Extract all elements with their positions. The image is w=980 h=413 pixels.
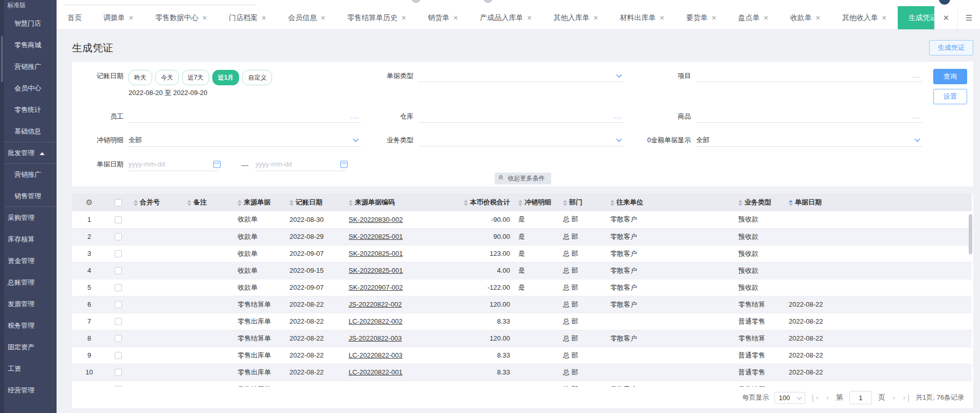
source-doc-link[interactable]: LC-20220822-003: [349, 351, 403, 359]
row-checkbox[interactable]: [115, 216, 122, 223]
more-icon[interactable]: ···: [912, 111, 920, 124]
row-checkbox[interactable]: [115, 250, 122, 257]
sidebar-item-发票管理[interactable]: 发票管理: [0, 293, 57, 315]
sidebar-item-经营管理[interactable]: 经营管理: [0, 380, 57, 401]
row-checkbox[interactable]: [115, 301, 122, 308]
gear-column-header[interactable]: ⚙: [72, 194, 106, 211]
collapse-more-conditions[interactable]: 收起更多条件: [495, 173, 551, 184]
product-picker[interactable]: ···: [696, 110, 922, 123]
source-doc-link[interactable]: SK-20220825-001: [349, 250, 403, 257]
sidebar-item-零售商城[interactable]: 零售商城: [0, 34, 57, 56]
zero-amount-select[interactable]: 全部: [696, 134, 922, 147]
tab-销货单[interactable]: 销货单✕: [417, 6, 469, 29]
sort-icon[interactable]: [789, 200, 793, 206]
doc-date-start-input[interactable]: yyyy-mm-dd: [129, 158, 220, 171]
more-icon[interactable]: ···: [351, 111, 359, 124]
settings-button[interactable]: 设置: [933, 89, 967, 104]
row-checkbox[interactable]: [115, 284, 122, 291]
tab-盘点单[interactable]: 盘点单✕: [728, 6, 779, 29]
sidebar-item-税务管理[interactable]: 税务管理: [0, 315, 57, 336]
tab-材料出库单[interactable]: 材料出库单✕: [609, 6, 676, 29]
tab-收款单[interactable]: 收款单✕: [779, 6, 831, 29]
calendar-icon[interactable]: [213, 161, 221, 168]
row-checkbox[interactable]: [115, 352, 122, 359]
tab-零售数据中心[interactable]: 零售数据中心✕: [144, 6, 218, 29]
last-page-icon[interactable]: ›|: [902, 393, 911, 402]
select-all-checkbox[interactable]: [115, 199, 122, 206]
biz-type-select[interactable]: [419, 134, 624, 146]
column-header-merge[interactable]: 合并号: [130, 194, 183, 211]
close-tab-icon[interactable]: ✕: [320, 14, 325, 22]
sidebar-scrollbar-thumb[interactable]: [1, 36, 3, 82]
source-doc-link[interactable]: LC-20220822-002: [349, 317, 403, 325]
date-pill-昨天[interactable]: 昨天: [129, 70, 152, 85]
employee-picker[interactable]: ···: [129, 110, 361, 123]
close-tab-icon[interactable]: ✕: [712, 14, 717, 22]
tab-零售结算单历史[interactable]: 零售结算单历史✕: [336, 6, 417, 29]
source-doc-link[interactable]: SK-20220825-001: [349, 267, 403, 274]
close-tab-icon[interactable]: ✕: [815, 14, 821, 22]
row-checkbox[interactable]: [115, 267, 122, 274]
sort-icon[interactable]: [738, 200, 742, 206]
sort-icon[interactable]: [518, 200, 522, 206]
sort-icon[interactable]: [349, 200, 353, 206]
source-doc-link[interactable]: LC-20220822-001: [349, 368, 403, 376]
chevron-down-icon[interactable]: [353, 136, 358, 142]
page-number-input[interactable]: [849, 391, 872, 404]
column-header-acct_date[interactable]: 记账日期: [285, 194, 344, 211]
first-page-icon[interactable]: |‹: [810, 393, 819, 402]
tab-要货单[interactable]: 要货单✕: [676, 6, 728, 29]
search-input[interactable]: [63, 5, 256, 5]
table-vertical-scrollbar[interactable]: [969, 214, 972, 254]
column-header-note[interactable]: 备注: [183, 194, 233, 211]
more-icon[interactable]: ···: [614, 111, 622, 124]
tab-生成凭证[interactable]: 生成凭证✕: [898, 6, 934, 29]
row-checkbox[interactable]: [115, 233, 122, 240]
prev-page-icon[interactable]: ‹: [825, 393, 829, 402]
sidebar-item-营销推广[interactable]: 营销推广: [0, 56, 57, 78]
close-tab-icon[interactable]: ✕: [882, 14, 887, 22]
sort-icon[interactable]: [464, 200, 468, 206]
tab-list-icon[interactable]: ☰: [957, 6, 980, 29]
close-tab-icon[interactable]: ✕: [660, 14, 665, 22]
sort-icon[interactable]: [238, 200, 242, 206]
sidebar-scrollbar[interactable]: [0, 0, 4, 413]
sort-icon[interactable]: [563, 200, 567, 206]
calendar-icon[interactable]: [340, 161, 348, 168]
row-checkbox[interactable]: [115, 318, 122, 325]
sidebar-item-智慧门店[interactable]: 智慧门店: [0, 13, 57, 34]
sidebar-item-工资[interactable]: 工资: [0, 358, 57, 380]
close-tab-icon[interactable]: ✕: [527, 14, 532, 22]
writeoff-select[interactable]: 全部: [129, 134, 361, 147]
column-header-source[interactable]: 来源单据: [233, 194, 285, 211]
user-avatar[interactable]: [939, 0, 950, 5]
header-icon[interactable]: [483, 0, 493, 3]
source-doc-link[interactable]: JS-20220822-003: [349, 334, 402, 342]
chevron-down-icon[interactable]: [616, 136, 622, 142]
chevron-down-icon[interactable]: [616, 72, 622, 78]
tab-首页[interactable]: 首页: [57, 6, 93, 29]
sidebar-item-会员中心[interactable]: 会员中心: [0, 78, 57, 99]
doc-type-select[interactable]: [419, 70, 624, 82]
sidebar-item-零售统计[interactable]: 零售统计: [0, 99, 57, 121]
source-doc-link[interactable]: SK-20220825-001: [349, 233, 403, 240]
generate-voucher-button[interactable]: 生成凭证: [929, 40, 973, 55]
column-header-code[interactable]: 来源单据编码: [344, 194, 442, 211]
close-tab-icon[interactable]: ✕: [202, 14, 207, 22]
source-doc-link[interactable]: SK-20220907-002: [349, 284, 403, 291]
close-tab-icon[interactable]: ✕: [401, 14, 406, 22]
sidebar-item-固定资产[interactable]: 固定资产: [0, 336, 57, 358]
next-page-icon[interactable]: ›: [892, 393, 896, 402]
column-header-amount[interactable]: 本币价税合计: [442, 194, 514, 211]
sidebar-item-销售管理[interactable]: 销售管理: [0, 185, 57, 207]
column-header-doc_date[interactable]: 单据日期: [785, 194, 972, 211]
sort-icon[interactable]: [610, 200, 614, 206]
checkbox-column-header[interactable]: [106, 194, 130, 211]
sort-icon[interactable]: [187, 200, 191, 206]
warehouse-picker[interactable]: ···: [419, 110, 624, 123]
tab-产成品入库单[interactable]: 产成品入库单✕: [469, 6, 542, 29]
page-size-select[interactable]: 100: [774, 392, 806, 404]
date-pill-近7天[interactable]: 近7天: [182, 70, 209, 85]
header-icon[interactable]: [411, 0, 421, 3]
chevron-down-icon[interactable]: [914, 136, 920, 142]
